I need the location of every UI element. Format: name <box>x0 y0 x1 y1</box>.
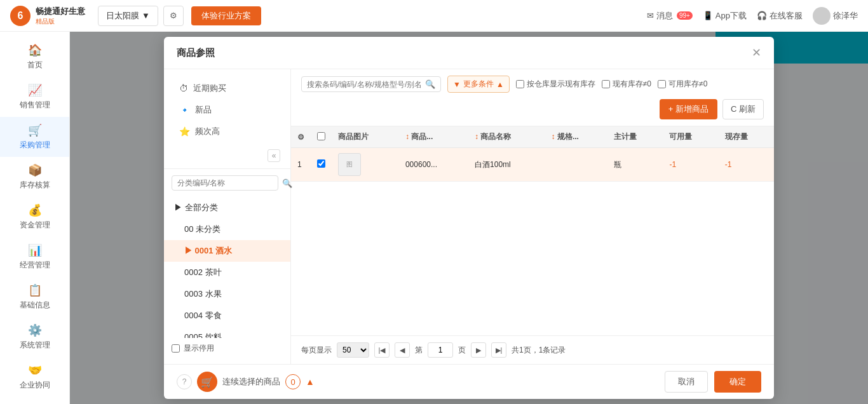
category-list: ▶ 全部分类 00 未分类 ▶ 0001 酒水 0002 茶叶 <box>164 194 290 338</box>
settings-icon[interactable]: ⚙ <box>297 133 304 142</box>
recent-purchase-item[interactable]: ⏱ 近期购买 <box>172 78 283 98</box>
page-number-input[interactable] <box>428 342 453 358</box>
row-checkbox[interactable] <box>317 159 325 168</box>
category-search-input[interactable] <box>172 175 278 191</box>
select-all-checkbox[interactable] <box>317 132 325 140</box>
prev-page-button[interactable]: ◀ <box>395 342 410 358</box>
refresh-button[interactable]: C 刷新 <box>722 99 764 119</box>
pagination: 每页显示 50 100 200 |◀ ◀ 第 页 ▶ <box>291 335 774 364</box>
cell-available: -1 <box>663 148 718 182</box>
divider <box>164 168 290 169</box>
sidebar-item-4[interactable]: 💰资金管理 <box>0 197 69 237</box>
online-service-item[interactable]: 🎧 在线客服 <box>757 10 803 22</box>
sidebar-item-9[interactable]: 🎯新手引导 <box>0 397 69 404</box>
clock-icon: ⏱ <box>179 83 188 93</box>
category-0005[interactable]: 0005 饮料 <box>164 327 290 338</box>
settings-button[interactable]: ⚙ <box>163 6 184 26</box>
selected-count-badge: 0 <box>285 374 301 389</box>
available-not-zero-checkbox[interactable] <box>602 80 610 88</box>
table-row[interactable]: 1 图 000600... 白酒100ml <box>291 148 774 182</box>
continuous-label: 连续选择的商品 <box>222 376 280 387</box>
more-filter-button[interactable]: ▼ 更多条件 ▲ <box>447 76 510 93</box>
cell-stock: -1 <box>719 148 774 182</box>
sidebar-item-6[interactable]: 📋基础信息 <box>0 277 69 317</box>
sidebar-icon-3: 📦 <box>28 163 42 177</box>
star-icon: ⭐ <box>179 126 190 137</box>
avatar-image <box>813 7 831 25</box>
close-button[interactable]: ✕ <box>752 46 761 60</box>
headset-icon: 🎧 <box>757 11 767 20</box>
per-page-select[interactable]: 50 100 200 <box>337 342 369 358</box>
cell-name: 白酒100ml <box>468 148 545 182</box>
footer-right: 取消 确定 <box>665 371 761 393</box>
sidebar-item-7[interactable]: ⚙️系统管理 <box>0 317 69 357</box>
th-spec: ↕ 规格... <box>545 126 608 148</box>
new-products-item[interactable]: 🔹 新品 <box>172 100 283 120</box>
show-disabled-checkbox[interactable] <box>172 344 180 353</box>
sidebar-item-3[interactable]: 📦库存核算 <box>0 157 69 197</box>
category-00[interactable]: 00 未分类 <box>164 219 290 240</box>
sidebar-item-2[interactable]: 🛒采购管理 <box>0 117 69 157</box>
usable-not-zero-checkbox[interactable] <box>658 80 666 88</box>
category-0001[interactable]: ▶ 0001 酒水 <box>164 240 290 262</box>
add-product-button[interactable]: + 新增商品 <box>660 99 717 119</box>
category-all[interactable]: ▶ 全部分类 <box>164 197 290 219</box>
sidebar-item-1[interactable]: 📈销售管理 <box>0 77 69 117</box>
user-avatar[interactable]: 徐泽华 <box>813 7 858 25</box>
branch-dropdown[interactable]: 日太阳膜 ▼ <box>98 6 158 26</box>
modal-body: ⏱ 近期购买 🔹 新品 ⭐ 频次高 <box>164 69 774 364</box>
app-download-item[interactable]: 📱 App下载 <box>703 10 747 22</box>
th-image: 商品图片 <box>332 126 399 148</box>
sidebar-icon-4: 💰 <box>28 203 42 217</box>
th-settings: ⚙ <box>291 126 311 148</box>
message-item[interactable]: ✉ 消息 99+ <box>647 10 693 22</box>
last-page-button[interactable]: ▶| <box>491 342 506 358</box>
search-magnifier-icon[interactable]: 🔍 <box>425 79 435 89</box>
th-unit: 主计量 <box>607 126 663 148</box>
sidebar-icon-1: 📈 <box>28 83 42 97</box>
next-page-button[interactable]: ▶ <box>471 342 486 358</box>
sidebar-icon-7: ⚙️ <box>28 323 42 337</box>
footer-left: ? 🛒 连续选择的商品 0 ▲ <box>177 372 315 392</box>
modal-title: 商品参照 <box>177 47 215 59</box>
confirm-button[interactable]: 确定 <box>714 371 761 393</box>
first-page-button[interactable]: |◀ <box>374 342 390 358</box>
sidebar-item-5[interactable]: 📊经营管理 <box>0 237 69 277</box>
modal-header: 商品参照 ✕ <box>164 37 774 69</box>
toolbar-right-buttons: + 新增商品 C 刷新 <box>660 99 764 119</box>
product-image: 图 <box>338 153 361 176</box>
checkbox-available-not-zero: 现有库存≠0 <box>602 79 651 90</box>
sidebar-icon-6: 📋 <box>28 283 42 297</box>
sort-name-icon: ↕ <box>475 132 478 141</box>
sort-spec-icon: ↕ <box>552 132 555 141</box>
cart-button[interactable]: 🛒 <box>197 372 217 392</box>
table-header-row: ⚙ 商品图片 ↕ 商品... ↕ 商品名称 <box>291 126 774 148</box>
warehouse-stock-checkbox[interactable] <box>516 80 524 88</box>
help-button[interactable]: ? <box>177 374 192 389</box>
th-checkbox <box>311 126 332 148</box>
trial-button[interactable]: 体验行业方案 <box>191 6 261 25</box>
collapse-up-button[interactable]: ▲ <box>306 377 315 387</box>
main-layout: 🏠首页📈销售管理🛒采购管理📦库存核算💰资金管理📊经营管理📋基础信息⚙️系统管理🤝… <box>0 32 868 404</box>
frequent-item[interactable]: ⭐ 频次高 <box>172 121 283 142</box>
product-table-wrapper: ⚙ 商品图片 ↕ 商品... ↕ 商品名称 <box>291 126 774 335</box>
category-0003[interactable]: 0003 水果 <box>164 283 290 305</box>
th-code: ↕ 商品... <box>399 126 468 148</box>
cancel-button[interactable]: 取消 <box>665 371 708 393</box>
sidebar-icon-8: 🤝 <box>28 363 42 377</box>
category-0004[interactable]: 0004 零食 <box>164 305 290 327</box>
top-nav: 6 畅捷通好生意 精品版 日太阳膜 ▼ ⚙ 体验行业方案 ✉ 消息 99+ 📱 … <box>0 0 868 32</box>
th-available: 可用量 <box>663 126 718 148</box>
product-table: ⚙ 商品图片 ↕ 商品... ↕ 商品名称 <box>291 126 774 182</box>
sort-icon: ↕ <box>405 132 409 141</box>
modal-overlay: 商品参照 ✕ ⏱ 近期购买 🔹 新 <box>70 32 868 404</box>
collapse-left-button[interactable]: « <box>268 149 280 162</box>
left-panel: ⏱ 近期购买 🔹 新品 ⭐ 频次高 <box>164 69 291 364</box>
th-name: ↕ 商品名称 <box>468 126 545 148</box>
sidebar-item-0[interactable]: 🏠首页 <box>0 37 69 77</box>
message-badge: 99+ <box>677 11 693 20</box>
product-search-input[interactable] <box>307 80 421 89</box>
sidebar-icon-2: 🛒 <box>28 123 42 137</box>
category-0002[interactable]: 0002 茶叶 <box>164 262 290 283</box>
sidebar-item-8[interactable]: 🤝企业协同 <box>0 357 69 397</box>
